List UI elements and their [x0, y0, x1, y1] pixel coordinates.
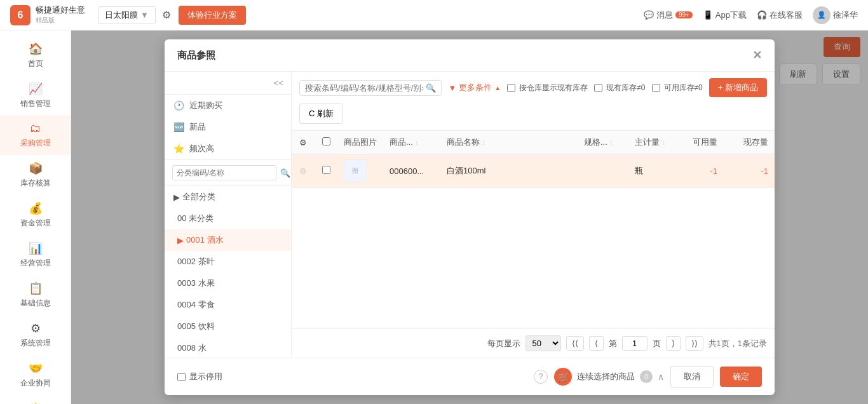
sidebar-operations-label: 经营管理	[20, 258, 51, 269]
filter-label: 更多条件	[459, 82, 492, 93]
col-header-name[interactable]: 商品名称	[440, 131, 578, 154]
sidebar-item-purchase[interactable]: 🗂 采购管理	[0, 116, 71, 155]
prev-page-button[interactable]: ⟨	[589, 336, 604, 351]
expand-cart-icon[interactable]: ∧	[658, 372, 664, 382]
recent-item-new[interactable]: 🆕 新品	[165, 116, 291, 138]
row-available: -1	[673, 154, 724, 188]
col-header-gear[interactable]: ⚙	[292, 131, 315, 154]
classify-search-input[interactable]	[172, 165, 276, 180]
cart-count: 0	[640, 370, 653, 383]
cart-icon[interactable]: 🛒	[554, 368, 572, 386]
sidebar-item-guide[interactable]: 🌟 新手引导	[0, 395, 71, 404]
online-service-item[interactable]: 🎧 在线客服	[757, 10, 803, 21]
app-download-item[interactable]: 📱 App下载	[703, 10, 747, 21]
page-total: 共1页，1条记录	[709, 338, 767, 349]
product-search-icon[interactable]: 🔍	[426, 83, 436, 93]
classify-drinks-label: 0005 饮料	[177, 321, 215, 332]
sidebar-item-inventory[interactable]: 📦 库存核算	[0, 155, 71, 195]
brand-text: 畅捷通好生意 精品版	[36, 5, 85, 25]
product-search-input[interactable]	[305, 83, 423, 93]
page-label: 第	[609, 338, 617, 349]
username-label: 徐泽华	[833, 10, 858, 21]
sidebar-item-collab[interactable]: 🤝 企业协同	[0, 355, 71, 395]
classify-drinks[interactable]: 0005 饮料	[165, 316, 291, 337]
warehouse-stock-label: 按仓库显示现有库存	[519, 83, 588, 93]
purchase-icon: 🗂	[30, 122, 41, 135]
product-thumbnail: 图	[344, 159, 367, 182]
col-header-spec[interactable]: 规格...	[578, 131, 628, 154]
display-disabled-checkbox[interactable]	[177, 373, 186, 381]
sidebar-item-system[interactable]: ⚙ 系统管理	[0, 315, 71, 355]
classify-tea-label: 0002 茶叶	[177, 256, 215, 267]
classify-alcohol[interactable]: ▶ 0001 酒水	[165, 229, 291, 251]
user-item[interactable]: 👤 徐泽华	[813, 6, 858, 24]
filter-icon: ▼	[448, 83, 456, 93]
available-stock-checkbox[interactable]	[652, 84, 660, 92]
right-toolbar: 🔍 ▼ 更多条件 ▲ 按仓库显示现有库存	[292, 72, 775, 131]
settings-icon[interactable]: ⚙	[162, 9, 171, 21]
filter-arrow-icon: ▲	[494, 84, 501, 91]
frequent-label: 频次高	[189, 143, 214, 154]
classify-snacks[interactable]: 0004 零食	[165, 294, 291, 316]
display-disabled-label[interactable]: 显示停用	[177, 371, 222, 382]
classify-water[interactable]: 0008 水	[165, 337, 291, 358]
recent-item-frequent[interactable]: ⭐ 频次高	[165, 138, 291, 159]
recent-label: 近期购买	[189, 100, 222, 111]
classify-fruit[interactable]: 0003 水果	[165, 273, 291, 294]
last-page-button[interactable]: ⟩⟩	[686, 336, 703, 351]
help-icon[interactable]: ?	[534, 370, 548, 384]
notifications-item[interactable]: 💬 消息 99+	[644, 10, 693, 21]
sidebar-system-label: 系统管理	[20, 338, 51, 349]
select-all-checkbox[interactable]	[322, 137, 330, 145]
recent-item-recent[interactable]: 🕐 近期购买	[165, 95, 291, 116]
experience-button[interactable]: 体验行业方案	[179, 6, 246, 25]
row-name: 白酒100ml	[440, 154, 578, 188]
nav-selector[interactable]: 日太阳膜 ▼	[98, 6, 156, 24]
warehouse-stock-checkbox[interactable]	[507, 84, 515, 92]
row-stock: -1	[724, 154, 775, 188]
classify-water-label: 0008 水	[177, 342, 207, 354]
add-product-button[interactable]: + 新增商品	[709, 78, 767, 97]
sidebar-item-finance[interactable]: 💰 资金管理	[0, 195, 71, 235]
sidebar-collab-label: 企业协同	[20, 378, 51, 389]
first-page-button[interactable]: ⟨⟨	[566, 336, 584, 351]
sidebar-item-operations[interactable]: 📊 经营管理	[0, 235, 71, 275]
row-checkbox[interactable]	[315, 154, 337, 188]
table-row[interactable]: ⚙ 图 000600... 白酒100ml	[292, 154, 775, 188]
inventory-icon: 📦	[29, 161, 43, 175]
classify-unclassified[interactable]: 00 未分类	[165, 208, 291, 229]
sidebar-item-sales[interactable]: 📈 销售管理	[0, 76, 71, 116]
collapse-button[interactable]: <<	[274, 78, 283, 88]
mobile-icon: 📱	[703, 10, 713, 20]
current-stock-label: 现有库存≠0	[606, 83, 645, 93]
confirm-button[interactable]: 确定	[720, 367, 762, 387]
classify-tea[interactable]: 0002 茶叶	[165, 251, 291, 273]
cancel-button[interactable]: 取消	[670, 366, 714, 387]
sidebar-inventory-label: 库存核算	[20, 178, 51, 189]
clock-icon: 🕐	[173, 100, 184, 111]
sidebar-item-home[interactable]: 🏠 首页	[0, 36, 71, 76]
modal-close-button[interactable]: ✕	[752, 48, 762, 62]
page-size-select[interactable]: 50 10 20 100	[526, 335, 561, 351]
current-stock-checkbox[interactable]	[594, 84, 602, 92]
product-search-box: 🔍	[299, 80, 442, 96]
classify-all[interactable]: ▶ 全部分类	[165, 186, 291, 208]
search-icon[interactable]: 🔍	[280, 168, 290, 178]
page-size-label: 每页显示	[487, 338, 520, 349]
checkbox-warehouse-stock[interactable]: 按仓库显示现有库存	[507, 83, 588, 93]
page-number-input[interactable]	[622, 336, 648, 351]
row-unit: 瓶	[628, 154, 673, 188]
checkbox-available-stock[interactable]: 可用库存≠0	[652, 83, 703, 93]
col-header-image: 商品图片	[337, 131, 383, 154]
sidebar-sales-label: 销售管理	[20, 98, 51, 109]
refresh-product-button[interactable]: C 刷新	[299, 104, 343, 124]
avatar: 👤	[813, 6, 831, 24]
filter-button[interactable]: ▼ 更多条件 ▲	[448, 82, 501, 93]
checkbox-current-stock[interactable]: 现有库存≠0	[594, 83, 645, 93]
sidebar-item-basics[interactable]: 📋 基础信息	[0, 275, 71, 315]
next-page-button[interactable]: ⟩	[666, 336, 681, 351]
nav-selector-label: 日太阳膜	[105, 10, 138, 21]
col-header-unit[interactable]: 主计量	[628, 131, 673, 154]
col-header-code[interactable]: 商品...	[383, 131, 440, 154]
product-modal: 商品参照 ✕ << 🕐 近期购买	[165, 39, 775, 395]
